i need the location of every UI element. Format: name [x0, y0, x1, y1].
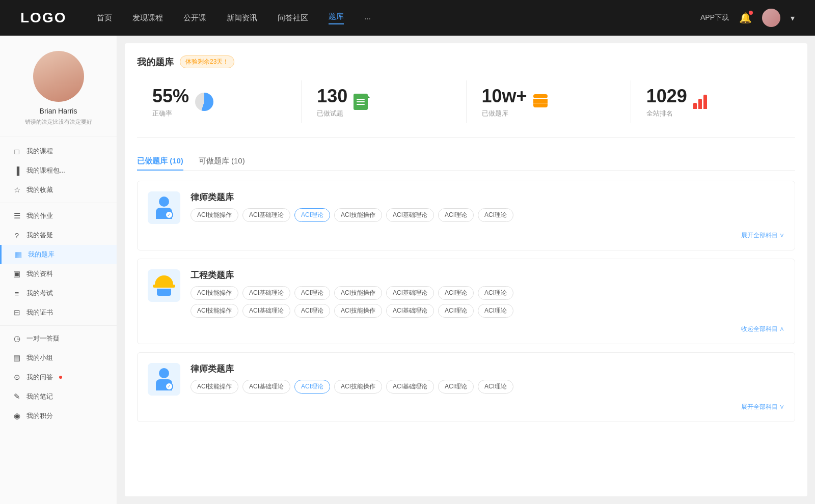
- tag-3[interactable]: ACI技能操作: [334, 208, 382, 222]
- tag-2-active[interactable]: ACI理论: [294, 208, 330, 222]
- star-icon: ☆: [12, 185, 21, 194]
- nav-question-bank[interactable]: 题库: [329, 12, 344, 24]
- notification-bell[interactable]: 🔔: [739, 12, 752, 24]
- sidebar-item-my-qa[interactable]: ? 我的答疑: [0, 226, 117, 245]
- course-icon: □: [12, 147, 21, 156]
- l2-tag-2-active[interactable]: ACI理论: [294, 380, 330, 394]
- tag-5[interactable]: ACI理论: [438, 208, 474, 222]
- rank-chart-icon: [693, 95, 707, 109]
- sidebar-username: Brian Harris: [10, 107, 106, 115]
- avatar[interactable]: [762, 9, 780, 27]
- nav-discover[interactable]: 发现课程: [132, 13, 163, 23]
- eng-tag-r1-0[interactable]: ACI技能操作: [191, 286, 238, 300]
- nav-right: APP下载 🔔 ▾: [700, 9, 795, 27]
- eng-tag-r2-3[interactable]: ACI技能操作: [334, 304, 382, 318]
- tag-1[interactable]: ACI基础理论: [242, 208, 290, 222]
- sidebar-item-resources[interactable]: ▣ 我的资料: [0, 264, 117, 284]
- stat-done-banks: 10w+ 已做题库: [467, 80, 631, 123]
- eng-tag-r1-1[interactable]: ACI基础理论: [242, 286, 290, 300]
- eng-tag-r2-6[interactable]: ACI理论: [478, 304, 513, 318]
- sidebar-item-label: 我的考试: [26, 289, 53, 298]
- trial-badge: 体验剩余23天！: [180, 55, 234, 68]
- tag-6[interactable]: ACI理论: [478, 208, 513, 222]
- sidebar-item-notes[interactable]: ✎ 我的笔记: [0, 387, 117, 406]
- sidebar-item-course-package[interactable]: ▐ 我的课程包...: [0, 161, 117, 180]
- stat-accuracy-content: 55% 正确率: [152, 86, 189, 118]
- eng-tag-r2-1[interactable]: ACI基础理论: [242, 304, 290, 318]
- lawyer-icon-wrap-2: ✓: [148, 363, 180, 396]
- stats-row: 55% 正确率 130 已做试题: [137, 80, 795, 138]
- done-banks-icon: [533, 94, 548, 109]
- eng-tag-r2-5[interactable]: ACI理论: [438, 304, 474, 318]
- eng-tag-r1-5[interactable]: ACI理论: [438, 286, 474, 300]
- engineer-helmet-icon: [153, 275, 175, 296]
- sidebar-item-one-on-one[interactable]: ◷ 一对一答疑: [0, 329, 117, 348]
- qbank-name-engineer: 工程类题库: [191, 269, 784, 281]
- eng-tag-r2-0[interactable]: ACI技能操作: [191, 304, 238, 318]
- stat-done-questions: 130 已做试题: [302, 80, 466, 123]
- sidebar-item-group[interactable]: ▤ 我的小组: [0, 348, 117, 368]
- sidebar-avatar[interactable]: [33, 51, 84, 102]
- l2-tag-0[interactable]: ACI技能操作: [191, 380, 238, 394]
- eng-tag-r1-4[interactable]: ACI基础理论: [386, 286, 434, 300]
- avatar-image: [762, 9, 780, 27]
- eng-tag-r2-4[interactable]: ACI基础理论: [386, 304, 434, 318]
- sidebar-item-label: 我的问答: [26, 373, 53, 382]
- sidebar-item-label: 我的答疑: [26, 231, 53, 240]
- nav-more[interactable]: ···: [364, 14, 371, 22]
- tag-0[interactable]: ACI技能操作: [191, 208, 238, 222]
- nav-qa[interactable]: 问答社区: [278, 13, 308, 23]
- sidebar: Brian Harris 错误的决定比没有决定要好 □ 我的课程 ▐ 我的课程包…: [0, 36, 117, 504]
- sidebar-item-label: 我的作业: [26, 211, 53, 220]
- eng-tag-r1-2[interactable]: ACI理论: [294, 286, 330, 300]
- stat-done-banks-num: 10w+: [482, 86, 527, 107]
- sidebar-divider-1: [0, 203, 117, 203]
- sidebar-item-label: 我的资料: [26, 269, 53, 278]
- sidebar-item-exam[interactable]: ≡ 我的考试: [0, 284, 117, 303]
- nav-home[interactable]: 首页: [97, 13, 112, 23]
- main-content: 我的题库 体验剩余23天！ 55% 正确率 130 已做试题: [125, 43, 807, 496]
- sidebar-item-my-course[interactable]: □ 我的课程: [0, 142, 117, 161]
- lawyer-icon-wrap-1: ✓: [148, 191, 180, 224]
- tab-done-banks[interactable]: 已做题库 (10): [137, 152, 183, 170]
- l2-tag-5[interactable]: ACI理论: [438, 380, 474, 394]
- page-title-row: 我的题库 体验剩余23天！: [137, 55, 795, 68]
- nav-news[interactable]: 新闻资讯: [227, 13, 257, 23]
- eng-tag-r2-2[interactable]: ACI理论: [294, 304, 330, 318]
- accuracy-pie-chart: [195, 93, 213, 111]
- eng-tag-r1-6[interactable]: ACI理论: [478, 286, 513, 300]
- l2-tag-1[interactable]: ACI基础理论: [242, 380, 290, 394]
- qbank-header-engineer: 工程类题库 ACI技能操作 ACI基础理论 ACI理论 ACI技能操作 ACI基…: [148, 269, 784, 318]
- sidebar-item-question-bank[interactable]: ▦ 我的题库: [0, 245, 117, 264]
- notification-dot: [749, 11, 753, 15]
- tags-row-lawyer-2: ACI技能操作 ACI基础理论 ACI理论 ACI技能操作 ACI基础理论 AC…: [191, 380, 784, 394]
- logo: LOGO: [20, 10, 66, 26]
- sidebar-item-certificate[interactable]: ⊟ 我的证书: [0, 303, 117, 322]
- navbar: LOGO 首页 发现课程 公开课 新闻资讯 问答社区 题库 ··· APP下载 …: [0, 0, 815, 36]
- app-download-button[interactable]: APP下载: [700, 13, 729, 22]
- stat-done-questions-label: 已做试题: [317, 109, 347, 118]
- expand-btn-lawyer-2[interactable]: 展开全部科目 ∨: [148, 403, 784, 411]
- l2-tag-4[interactable]: ACI基础理论: [386, 380, 434, 394]
- qbank-title-area-lawyer-1: 律师类题库 ACI技能操作 ACI基础理论 ACI理论 ACI技能操作 ACI基…: [191, 191, 784, 222]
- profile-chevron[interactable]: ▾: [791, 13, 795, 23]
- tag-4[interactable]: ACI基础理论: [386, 208, 434, 222]
- qbank-header-lawyer-2: ✓ 律师类题库 ACI技能操作 ACI基础理论 ACI理论 ACI技能操作 AC…: [148, 363, 784, 396]
- l2-tag-3[interactable]: ACI技能操作: [334, 380, 382, 394]
- stat-rank-label: 全站排名: [646, 109, 687, 118]
- sidebar-item-label: 一对一答疑: [26, 334, 60, 343]
- sidebar-item-homework[interactable]: ☰ 我的作业: [0, 206, 117, 226]
- sidebar-item-points[interactable]: ◉ 我的积分: [0, 406, 117, 426]
- stat-done-questions-content: 130 已做试题: [317, 86, 347, 118]
- sidebar-item-favorites[interactable]: ☆ 我的收藏: [0, 180, 117, 200]
- expand-btn-lawyer-1[interactable]: 展开全部科目 ∨: [148, 231, 784, 240]
- eng-tag-r1-3[interactable]: ACI技能操作: [334, 286, 382, 300]
- helmet-face: [157, 289, 171, 296]
- collapse-btn-engineer[interactable]: 收起全部科目 ∧: [148, 325, 784, 333]
- l2-tag-6[interactable]: ACI理论: [478, 380, 513, 394]
- stat-accuracy-num: 55%: [152, 86, 189, 107]
- nav-open-course[interactable]: 公开课: [183, 13, 206, 23]
- tab-todo-banks[interactable]: 可做题库 (10): [199, 152, 245, 170]
- qbank-header-lawyer-1: ✓ 律师类题库 ACI技能操作 ACI基础理论 ACI理论 ACI技能操作 AC…: [148, 191, 784, 224]
- sidebar-item-questions[interactable]: ⊙ 我的问答: [0, 368, 117, 387]
